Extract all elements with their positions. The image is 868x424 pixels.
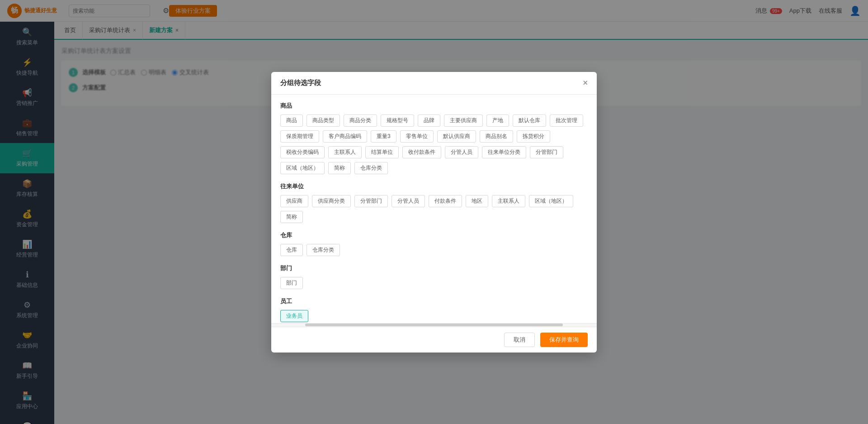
section-product-tags: 商品 商品类型 商品分类 规格型号 品牌 主要供应商 产地 默认仓库 批次管理 … bbox=[280, 114, 588, 174]
tag-main-contact-partner[interactable]: 主联系人 bbox=[492, 195, 525, 207]
section-partner-title: 往来单位 bbox=[280, 182, 588, 191]
tag-supplier-category[interactable]: 供应商分类 bbox=[312, 195, 351, 207]
tag-pick-points[interactable]: 拣货积分 bbox=[517, 130, 550, 143]
section-warehouse: 仓库 仓库 仓库分类 bbox=[280, 231, 588, 256]
tag-payment-terms[interactable]: 收付款条件 bbox=[402, 146, 441, 158]
section-staff-tags: 业务员 bbox=[280, 310, 588, 322]
tag-dept[interactable]: 分管部门 bbox=[530, 146, 563, 158]
tag-partner-dept[interactable]: 分管部门 bbox=[354, 195, 388, 207]
tag-brand[interactable]: 品牌 bbox=[418, 114, 440, 127]
tag-tax-code[interactable]: 税收分类编码 bbox=[280, 146, 325, 158]
tag-department[interactable]: 部门 bbox=[280, 277, 303, 289]
tag-product[interactable]: 商品 bbox=[280, 114, 303, 127]
section-dept-title: 部门 bbox=[280, 264, 588, 272]
tag-product-type[interactable]: 商品类型 bbox=[307, 114, 340, 127]
tag-expiry-mgmt[interactable]: 保质期管理 bbox=[280, 130, 319, 143]
tag-default-supplier[interactable]: 默认供应商 bbox=[437, 130, 476, 143]
tag-manager[interactable]: 分管人员 bbox=[445, 146, 478, 158]
dialog-title: 分组待选字段 bbox=[280, 79, 321, 87]
tag-area[interactable]: 地区 bbox=[466, 195, 488, 207]
tag-warehouse-category[interactable]: 仓库分类 bbox=[307, 244, 340, 256]
tag-supplier[interactable]: 供应商 bbox=[280, 195, 308, 207]
tag-customer-code[interactable]: 客户商品编码 bbox=[323, 130, 367, 143]
section-dept: 部门 部门 bbox=[280, 264, 588, 289]
tag-partner-category[interactable]: 往来单位分类 bbox=[482, 146, 526, 158]
tag-main-contact[interactable]: 主联系人 bbox=[328, 146, 362, 158]
dialog-body: 商品 商品 商品类型 商品分类 规格型号 品牌 主要供应商 产地 默认仓库 批次… bbox=[271, 95, 597, 323]
tag-default-warehouse[interactable]: 默认仓库 bbox=[513, 114, 546, 127]
cancel-button[interactable]: 取消 bbox=[504, 333, 535, 347]
section-staff: 员工 业务员 bbox=[280, 297, 588, 322]
section-staff-title: 员工 bbox=[280, 297, 588, 305]
section-partner: 往来单位 供应商 供应商分类 分管部门 分管人员 付款条件 地区 主联系人 区域… bbox=[280, 182, 588, 223]
tag-short-name-product[interactable]: 简称 bbox=[328, 162, 351, 174]
tag-batch-mgmt[interactable]: 批次管理 bbox=[550, 114, 583, 127]
tag-product-category[interactable]: 商品分类 bbox=[344, 114, 377, 127]
tag-region-product[interactable]: 区域（地区） bbox=[280, 162, 325, 174]
tag-warehouse-cat[interactable]: 仓库分类 bbox=[354, 162, 388, 174]
tag-product-alias[interactable]: 商品别名 bbox=[480, 130, 513, 143]
tag-region-partner[interactable]: 区域（地区） bbox=[529, 195, 573, 207]
dialog-header: 分组待选字段 × bbox=[271, 72, 597, 95]
dialog-overlay: 分组待选字段 × 商品 商品 商品类型 商品分类 规格型号 品牌 主要供应商 产… bbox=[0, 0, 868, 424]
section-product-title: 商品 bbox=[280, 102, 588, 110]
section-product: 商品 商品 商品类型 商品分类 规格型号 品牌 主要供应商 产地 默认仓库 批次… bbox=[280, 102, 588, 174]
horizontal-scrollbar[interactable] bbox=[271, 323, 597, 327]
section-partner-tags: 供应商 供应商分类 分管部门 分管人员 付款条件 地区 主联系人 区域（地区） … bbox=[280, 195, 588, 223]
tag-settlement-unit[interactable]: 结算单位 bbox=[365, 146, 399, 158]
tag-spec-type[interactable]: 规格型号 bbox=[381, 114, 414, 127]
dialog-footer: 取消 保存并查询 bbox=[271, 327, 597, 353]
tag-short-name-partner[interactable]: 简称 bbox=[280, 211, 303, 223]
section-warehouse-tags: 仓库 仓库分类 bbox=[280, 244, 588, 256]
tag-partner-manager[interactable]: 分管人员 bbox=[392, 195, 425, 207]
tag-retail-unit[interactable]: 零售单位 bbox=[400, 130, 434, 143]
field-select-dialog: 分组待选字段 × 商品 商品 商品类型 商品分类 规格型号 品牌 主要供应商 产… bbox=[271, 72, 597, 353]
section-warehouse-title: 仓库 bbox=[280, 231, 588, 239]
dialog-close-button[interactable]: × bbox=[583, 78, 588, 88]
tag-salesperson[interactable]: 业务员 bbox=[280, 310, 308, 322]
confirm-button[interactable]: 保存并查询 bbox=[540, 333, 588, 347]
section-dept-tags: 部门 bbox=[280, 277, 588, 289]
tag-weight3[interactable]: 重量3 bbox=[371, 130, 396, 143]
tag-origin[interactable]: 产地 bbox=[486, 114, 509, 127]
tag-warehouse[interactable]: 仓库 bbox=[280, 244, 303, 256]
tag-payment-cond[interactable]: 付款条件 bbox=[429, 195, 462, 207]
tag-main-supplier[interactable]: 主要供应商 bbox=[444, 114, 483, 127]
